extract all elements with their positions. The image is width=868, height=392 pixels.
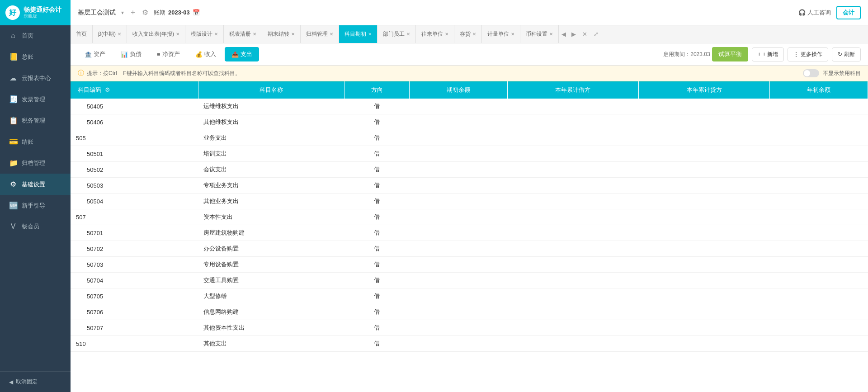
cell-opening-balance [410, 146, 508, 162]
sidebar-item-guide[interactable]: 🆕 新手引导 [0, 195, 71, 216]
sidebar-item-settings[interactable]: ⚙ 基础设置 [0, 174, 71, 195]
add-company-button[interactable]: ＋ [129, 8, 137, 17]
refresh-icon: ↻ [838, 51, 842, 57]
cell-direction: 借 [344, 304, 410, 320]
table-row[interactable]: 50503 专项业务支出 借 [71, 178, 868, 194]
sidebar-item-ledger[interactable]: 📒 总账 [0, 46, 71, 67]
cell-code: 50504 [71, 194, 198, 209]
tab-close-template[interactable]: ✕ [214, 32, 218, 37]
sidebar-item-invoice[interactable]: 🧾 发票管理 [0, 89, 71, 110]
subtab-liabilities[interactable]: 📊 负债 [114, 47, 148, 61]
sidebar-item-member[interactable]: V 畅会员 [0, 216, 71, 237]
tab-nav-left[interactable]: ◀ [559, 25, 569, 43]
table-row[interactable]: 50405 运维维权支出 借 [71, 99, 868, 114]
tab-close-archive[interactable]: ✕ [330, 32, 333, 37]
tab-home[interactable]: 首页 [71, 25, 93, 43]
table-row[interactable]: 50705 大型修缮 借 [71, 288, 868, 304]
cell-year-start [770, 99, 868, 114]
tab-period-close[interactable]: 期末结转 ✕ [262, 25, 301, 43]
cell-year-start [770, 288, 868, 304]
col-opening-balance: 期初余额 [410, 81, 508, 99]
tab-currency[interactable]: 币种设置 ✕ [520, 25, 559, 43]
tab-department[interactable]: 部门员工 ✕ [377, 25, 416, 43]
calendar-icon[interactable]: 📅 [193, 9, 200, 16]
tab-template[interactable]: 模版设计 ✕ [185, 25, 224, 43]
cell-code: 50502 [71, 162, 198, 178]
sidebar-item-checkout[interactable]: 💳 结账 [0, 131, 71, 152]
income-icon: 💰 [195, 51, 203, 58]
page-content: 🏦 资产 📊 负债 ≡ 净资产 💰 收入 📤 支出 启用期间：2023.03 试 [71, 43, 868, 392]
cell-opening-balance [410, 257, 508, 273]
account-button[interactable]: 会计 [836, 6, 861, 19]
cell-direction: 借 [344, 99, 410, 114]
tab-close-period[interactable]: ✕ [291, 32, 295, 37]
tab-close-midterm[interactable]: ✕ [118, 32, 121, 37]
table-row[interactable]: 50707 其他资本性支出 借 [71, 320, 868, 336]
sidebar-item-tax[interactable]: 📋 税务管理 [0, 110, 71, 131]
table-row[interactable]: 50704 交通工具购置 借 [71, 273, 868, 288]
tab-subject-initial[interactable]: 科目期初 ✕ [339, 25, 377, 43]
close-all-tabs[interactable]: ✕ [579, 25, 591, 43]
table-row[interactable]: 50406 其他维权支出 借 [71, 114, 868, 130]
table-row[interactable]: 50502 会议支出 借 [71, 162, 868, 178]
table-row[interactable]: 50706 信息网络购建 借 [71, 304, 868, 320]
tab-archive[interactable]: 归档管理 ✕ [301, 25, 339, 43]
cell-opening-balance [410, 99, 508, 114]
tab-close-counterpart[interactable]: ✕ [445, 32, 448, 37]
service-button[interactable]: 🎧 人工咨询 [798, 9, 831, 17]
tab-unit[interactable]: 计量单位 ✕ [482, 25, 520, 43]
cell-ytd-debit [507, 273, 638, 288]
cell-opening-balance [410, 225, 508, 241]
sidebar-item-reports[interactable]: ☁ 云报表中心 [0, 67, 71, 89]
cell-year-start [770, 320, 868, 336]
tab-counterpart[interactable]: 往来单位 ✕ [416, 25, 454, 43]
guide-icon: 🆕 [9, 201, 17, 210]
subtab-net-assets[interactable]: ≡ 净资产 [150, 47, 187, 61]
subtab-assets[interactable]: 🏦 资产 [78, 47, 112, 61]
tab-close-subject[interactable]: ✕ [368, 32, 372, 37]
subtab-expenditure[interactable]: 📤 支出 [225, 47, 259, 61]
tab-annual-report[interactable]: 收入支出表(年报) ✕ [127, 25, 185, 43]
table-row[interactable]: 50702 办公设备购置 借 [71, 241, 868, 257]
tab-nav-right[interactable]: ▶ [569, 25, 579, 43]
table-row[interactable]: 510 其他支出 借 [71, 336, 868, 352]
tab-close-unit[interactable]: ✕ [511, 32, 514, 37]
refresh-button[interactable]: ↻ 刷新 [832, 47, 861, 61]
tab-midterm[interactable]: β(中期) ✕ [93, 25, 127, 43]
table-row[interactable]: 50701 房屋建筑物购建 借 [71, 225, 868, 241]
tab-close-annual[interactable]: ✕ [176, 32, 179, 37]
company-settings-icon[interactable]: ⚙ [142, 8, 148, 17]
table-row[interactable]: 505 业务支出 借 [71, 130, 868, 146]
tab-close-dept[interactable]: ✕ [406, 32, 410, 37]
cell-ytd-credit [638, 225, 769, 241]
subtab-income[interactable]: 💰 收入 [189, 47, 223, 61]
table-row[interactable]: 50703 专用设备购置 借 [71, 257, 868, 273]
tab-close-inventory[interactable]: ✕ [472, 32, 476, 37]
table-row[interactable]: 507 资本性支出 借 [71, 209, 868, 225]
tab-close-tax[interactable]: ✕ [253, 32, 256, 37]
tab-inventory[interactable]: 存货 ✕ [454, 25, 482, 43]
cell-name: 其他业务支出 [198, 194, 344, 209]
tab-expand[interactable]: ⤢ [591, 25, 601, 43]
tip-text: 提示：按Ctrl + F键并输入科目编码或者科目名称可以查找科目。 [87, 70, 241, 77]
cell-ytd-debit [507, 194, 638, 209]
tab-close-currency[interactable]: ✕ [549, 32, 553, 37]
balance-button[interactable]: 试算平衡 [712, 47, 748, 61]
tab-tax[interactable]: 税表清册 ✕ [224, 25, 262, 43]
table-row[interactable]: 50504 其他业务支出 借 [71, 194, 868, 209]
unpin-button[interactable]: ◀ 取消固定 [0, 371, 71, 392]
cell-name: 其他维权支出 [198, 114, 344, 130]
cell-ytd-debit [507, 304, 638, 320]
disable-toggle[interactable] [803, 69, 819, 77]
col-settings-icon[interactable]: ⚙ [105, 86, 110, 93]
settings-icon: ⚙ [9, 180, 17, 189]
sidebar-item-archive[interactable]: 📁 归档管理 [0, 152, 71, 174]
sidebar-item-home[interactable]: ⌂ 首页 [0, 25, 71, 46]
col-code: 科目编码 ⚙ [71, 81, 198, 99]
more-button[interactable]: ⋮ 更多操作 [788, 47, 828, 61]
company-dropdown-icon[interactable]: ▾ [121, 9, 124, 16]
table-row[interactable]: 50501 培训支出 借 [71, 146, 868, 162]
net-assets-icon: ≡ [157, 51, 160, 58]
add-button[interactable]: + + 新增 [752, 47, 784, 61]
cell-direction: 借 [344, 241, 410, 257]
